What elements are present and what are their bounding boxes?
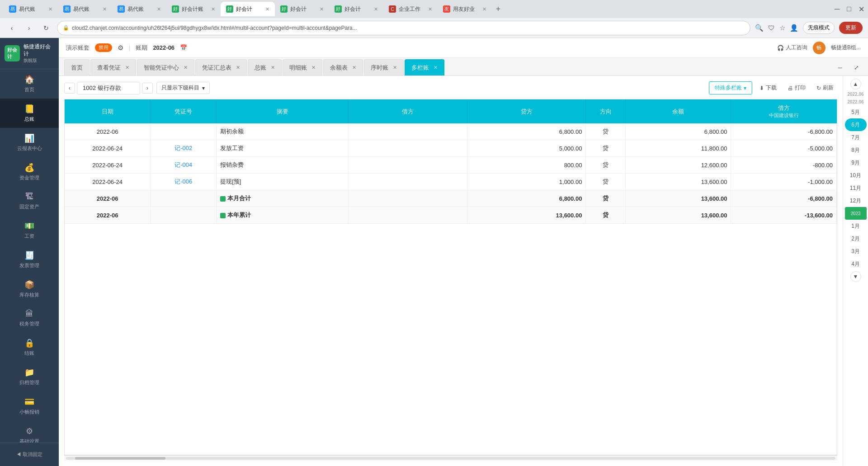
tab-close-detail-ledger[interactable]: ✕ [311,65,316,71]
sidebar-item-expense[interactable]: 💳 小畅报销 [0,391,59,421]
calendar-month-may[interactable]: 5月 [845,106,867,118]
tab-close-3[interactable]: ✕ [157,6,161,12]
sidebar-item-fixed-assets[interactable]: 🏗 固定资产 [0,187,59,216]
tab-close-2[interactable]: ✕ [103,6,107,12]
browser-tab-8[interactable]: C 企业工作 ✕ [383,2,438,16]
minimize-button[interactable]: ─ [835,5,840,13]
calendar-scroll-up[interactable]: ▲ [850,79,861,89]
refresh-nav-button[interactable]: ↻ [40,22,52,34]
calendar-month-feb[interactable]: 2月 [845,232,867,245]
calendar-icon[interactable]: 📅 [180,44,187,51]
tab-close-multi-col[interactable]: ✕ [434,65,438,71]
sidebar-item-closing[interactable]: 🔒 结账 [0,333,59,362]
voucher-link-2[interactable]: 记-004 [175,161,192,168]
browser-tab-6[interactable]: 好 好会计 ✕ [275,2,329,16]
tab-balance[interactable]: 余额表 ✕ [323,59,363,75]
browser-tab-1[interactable]: 易 易代账 ✕ [4,2,58,16]
download-button[interactable]: ⬇ 下载 [756,82,780,94]
browser-tab-9[interactable]: 友 用友好业 ✕ [438,2,492,16]
account-next-button[interactable]: › [142,83,153,94]
calendar-month-jul[interactable]: 7月 [845,131,867,144]
calendar-month-sep[interactable]: 9月 [845,156,867,169]
cell-voucher-2[interactable]: 记-004 [151,157,217,174]
calendar-month-oct[interactable]: 10月 [845,169,867,182]
tab-multi-col[interactable]: 多栏账 ✕ [405,59,444,75]
cell-voucher-3[interactable]: 记-006 [151,174,217,190]
browser-tab-7[interactable]: 好 好会计 ✕ [329,2,383,16]
sidebar-item-settings[interactable]: ⚙ 基础设置 [0,421,59,442]
tab-close-8[interactable]: ✕ [428,6,432,12]
account-prev-button[interactable]: ‹ [64,83,75,94]
user-avatar[interactable]: 畅 [813,42,826,54]
tab-close-7[interactable]: ✕ [374,6,378,12]
calendar-month-jan[interactable]: 1月 [845,220,867,232]
sidebar-item-capital[interactable]: 💰 资金管理 [0,157,59,187]
sidebar-item-invoice[interactable]: 🧾 发票管理 [0,245,59,274]
calendar-month-jun[interactable]: 6月 [845,118,867,131]
tab-close-voucher-summary[interactable]: ✕ [236,65,240,71]
browser-tab-3[interactable]: 易 易代账 ✕ [112,2,166,16]
tab-close-journal[interactable]: ✕ [393,65,397,71]
tab-close-4[interactable]: ✕ [211,6,215,12]
tab-expand-icon[interactable]: ⤢ [850,61,863,74]
stealth-mode-button[interactable]: 无痕模式 [803,22,835,34]
refresh-button[interactable]: ↻ 刷新 [813,82,837,94]
calendar-month-nov[interactable]: 11月 [845,182,867,194]
tab-close-9[interactable]: ✕ [482,6,486,12]
cell-voucher-1[interactable]: 记-002 [151,140,217,157]
demo-status-tag[interactable]: 禁用 [95,43,112,52]
consult-button[interactable]: 🎧 人工咨询 [777,44,807,52]
sidebar-item-home[interactable]: 🏠 首页 [0,69,59,99]
tab-voucher-summary[interactable]: 凭证汇总表 ✕ [195,59,247,75]
tab-close-5[interactable]: ✕ [265,6,269,12]
close-window-button[interactable]: ✕ [859,5,864,14]
account-settings-icon[interactable]: ⚙ [118,44,123,52]
tab-close-smart-voucher[interactable]: ✕ [184,65,188,71]
sidebar-item-tax[interactable]: 🏛 税务管理 [0,304,59,333]
calendar-scroll-down[interactable]: ▼ [850,271,861,282]
multi-col-button[interactable]: 特殊多栏账 ▾ [709,81,752,94]
tab-voucher-view[interactable]: 查看凭证 ✕ [90,59,136,75]
sidebar-item-general-ledger[interactable]: 📒 总账 [0,99,59,128]
browser-tab-2[interactable]: 易 易代账 ✕ [58,2,112,16]
update-button[interactable]: 更新 [839,22,863,34]
print-button[interactable]: 🖨 打印 [784,82,809,94]
scroll-thumb[interactable] [75,457,165,460]
voucher-link-3[interactable]: 记-006 [175,178,192,185]
tab-home[interactable]: 首页 [64,59,90,75]
calendar-month-mar[interactable]: 3月 [845,245,867,258]
shield-icon[interactable]: 🛡 [768,24,775,32]
horizontal-scrollbar[interactable] [64,455,837,461]
tab-close-6[interactable]: ✕ [320,6,324,12]
tab-detail-ledger[interactable]: 明细账 ✕ [283,59,322,75]
tab-smart-voucher[interactable]: 智能凭证中心 ✕ [137,59,194,75]
tab-minimize-icon[interactable]: ─ [834,61,846,74]
forward-button[interactable]: › [23,22,35,34]
sidebar-item-payroll[interactable]: 💵 工资 [0,216,59,245]
tab-general-ledger[interactable]: 总账 ✕ [248,59,282,75]
search-icon[interactable]: 🔍 [755,24,764,32]
sub-account-filter[interactable]: 只显示下级科目 ▾ [156,82,210,94]
browser-tab-5[interactable]: 好 好会计 ✕ [221,2,275,16]
voucher-link-1[interactable]: 记-002 [175,145,192,151]
tab-journal[interactable]: 序时账 ✕ [364,59,404,75]
sidebar-item-inventory[interactable]: 📦 库存核算 [0,274,59,304]
profile-icon[interactable]: 👤 [790,24,798,32]
browser-tab-4[interactable]: 好 好会计账 ✕ [166,2,221,16]
tab-close-voucher-view[interactable]: ✕ [125,65,129,71]
star-icon[interactable]: ☆ [779,24,785,32]
sidebar-item-reports[interactable]: 📊 云报表中心 [0,128,59,157]
maximize-button[interactable]: □ [847,5,851,13]
cell-extra-5: -13,600.00 [731,207,837,224]
calendar-month-aug[interactable]: 8月 [845,144,867,156]
tab-close-general-ledger[interactable]: ✕ [271,65,275,71]
back-button[interactable]: ‹ [5,22,18,34]
tab-close-balance[interactable]: ✕ [352,65,356,71]
url-bar[interactable]: 🔒 cloud2.chanjet.com/accounting/uh26t264… [57,21,750,35]
sidebar-item-archive[interactable]: 📁 归档管理 [0,362,59,391]
new-tab-button[interactable]: + [492,3,505,15]
calendar-month-dec[interactable]: 12月 [845,194,867,207]
unpin-button[interactable]: ◀ 取消固定 [0,447,59,461]
tab-close-1[interactable]: ✕ [48,6,52,12]
calendar-month-apr[interactable]: 4月 [845,258,867,270]
